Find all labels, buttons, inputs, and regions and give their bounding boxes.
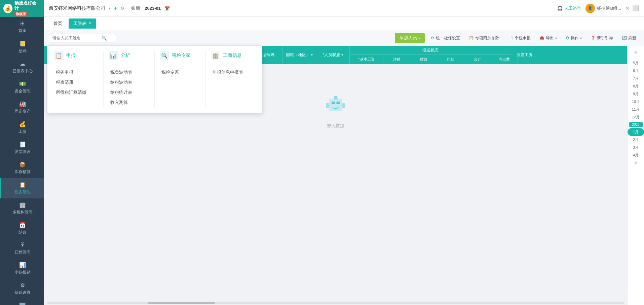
refresh-button[interactable]: 🔄 刷新 [619,34,639,43]
form-icon: 📋 [469,36,474,40]
close-icon[interactable]: ✕ [625,5,630,11]
timeline-month-10[interactable]: 10月 [628,98,644,106]
th-base: *基本工资 [350,55,383,64]
menu-tax-burden[interactable]: 税负波动表 [109,67,149,77]
tab-salary-label: 工资表 [73,21,86,27]
menu-annual-report[interactable]: 年报信息申报表 [211,67,252,77]
sidebar-item-tax[interactable]: 📋 税务管理 [0,178,44,198]
timeline-month-12[interactable]: 12月 [628,113,644,121]
company-dropdown-icon[interactable]: ▾ [109,6,111,11]
new-guide-label: 新手引导 [597,35,613,41]
timeline-month-6[interactable]: 6月 [628,67,644,75]
inventory-icon: 📦 [19,161,26,168]
sidebar: 💰 畅捷通好会计 旗舰版 ⊞ 首页 📒 总账 ☁ 云报表中心 💵 资金管理 🏭 … [0,0,44,305]
add-company-icon[interactable]: + [114,5,117,11]
timeline-month-4[interactable]: 4月 [628,151,644,159]
menu-income-tax-settlement[interactable]: 所得税汇算清缴 [54,87,98,98]
sidebar-item-xiaochang[interactable]: 📊 小畅报销 [0,259,44,279]
th-salary-group-container: 报送状态 *基本工资 津贴 绩效 扣款 [350,46,511,64]
timeline-month-8[interactable]: 8月 [628,82,644,90]
menu-tax-expert[interactable]: 税检专家 [160,67,200,77]
timeline-month-5[interactable]: 5月 [628,59,644,67]
declaration-icon: 📋 [54,51,64,60]
archive-icon: 🗄 [20,242,25,248]
add-dropdown-arrow: ▾ [418,36,420,40]
timeline-month-2[interactable]: 2月 [628,136,644,144]
timeline-month-1[interactable]: 1月 [628,128,644,136]
sidebar-item-home[interactable]: ⊞ 首页 [0,17,44,37]
doc-icon: 📄 [508,36,513,40]
sidebar-item-invoice[interactable]: 🧾 发票管理 [0,138,44,158]
service-button[interactable]: 🎧 人工咨询 [557,5,581,11]
tab-salary[interactable]: 工资表 ✕ [69,18,96,29]
section-business-info-title: 工商信息 [223,52,242,59]
section-analysis: 📊 分析 税负波动表 纳税波动表 纳税统计表 收入测算 [104,51,155,108]
bottom-scrollbar[interactable] [44,301,627,305]
sidebar-item-fund[interactable]: 💵 资金管理 [0,77,44,98]
sidebar-item-ledger[interactable]: 📒 总账 [0,37,44,57]
sidebar-item-multi-org[interactable]: 🏢 多机构管理 [0,198,44,219]
export-icon: 📤 [539,36,544,40]
timeline-month-7[interactable]: 7月 [628,75,644,82]
sidebar-item-cloud-report[interactable]: ☁ 云报表中心 [0,57,44,77]
scrollbar-track[interactable] [47,302,624,304]
sidebar-item-period-end[interactable]: 📅 结账 [0,219,44,239]
restore-icon[interactable]: ⬜ [632,5,639,11]
settings2-icon: ⚙ [431,36,434,40]
social-security-button[interactable]: ⚙ 统一社保设置 [428,34,463,43]
th-status[interactable]: 国籍（地区） ▾ [282,46,316,64]
timeline-month-9[interactable]: 9月 [628,90,644,98]
th-report[interactable]: *人员状态 ▾ [316,46,350,64]
analysis-icon: 📊 [109,51,118,60]
sidebar-item-fixed-assets[interactable]: 🏭 固定资产 [0,98,44,118]
timeline-month-3[interactable]: 3月 [628,144,644,151]
section-business-info: 🏢 工商信息 年报信息申报表 [206,51,257,108]
menu-tax-declaration[interactable]: 税务申报 [54,67,98,77]
guide-icon: 🆕 [19,302,26,305]
operations-button[interactable]: ⚙ 操作 ▾ [563,34,584,43]
add-employee-button[interactable]: 添加人员 ▾ [395,33,425,43]
tab-home[interactable]: 首页 [49,18,67,29]
sidebar-item-salary[interactable]: 💰 工资 [0,118,44,138]
app-logo: 💰 畅捷通好会计 旗舰版 [0,0,44,17]
menu-tax-stats[interactable]: 纳税统计表 [109,87,149,98]
tax-report-button[interactable]: 📄 个税申报 [505,34,533,43]
export-button[interactable]: 📤 导出 ▾ [537,34,560,43]
th-performance: 绩效 [410,55,437,64]
empty-illustration [322,91,349,118]
timeline-panel: ▲ 5月 6月 7月 8月 9月 10月 11月 12月 2023 1月 2月 … [627,46,644,305]
menu-tax-table[interactable]: 税表清册 [54,77,98,87]
dropdown-menu: 📋 申报 税务申报 税表清册 所得税汇算清缴 📊 分析 税负波动表 纳税波动表 … [47,45,262,113]
timeline-up-nav[interactable]: ▲ [632,48,640,56]
section-declaration-header: 📋 申报 [54,51,98,63]
menu-income-estimate[interactable]: 收入测算 [109,98,149,108]
search-input[interactable] [52,36,100,40]
tax-report-label: 个税申报 [515,35,531,41]
refresh-label: 刷新 [628,35,636,41]
company-settings-icon[interactable]: ⚙ [120,6,124,11]
filter-icon: ▾ [311,53,313,57]
new-guide-button[interactable]: ❓ 新手引导 [588,34,616,43]
tab-close-icon[interactable]: ✕ [88,21,91,26]
salary-icon: 💰 [19,121,26,127]
search-box[interactable]: 🔍 [49,34,116,42]
sidebar-item-basic-settings[interactable]: ⚙ 基础设置 [0,279,44,299]
sidebar-item-new-guide[interactable]: 🆕 新手引导 [0,299,44,305]
sidebar-item-archive[interactable]: 🗄 归档管理 [0,239,44,259]
scrollbar-thumb[interactable] [148,302,215,304]
operations-arrow: ▾ [580,36,582,40]
th-total: 合计 [464,55,491,64]
avatar: 👤 [585,4,595,13]
section-tax-expert-title: 税检专家 [172,52,191,59]
app-title: 畅捷通好会计 [14,0,40,11]
user-menu[interactable]: 👤 畅捷通B组... [585,4,621,13]
svg-rect-2 [336,102,340,104]
timeline-down-nav[interactable]: ▼ [632,159,640,167]
special-deduction-button[interactable]: 📋 专项附加扣除 [466,34,502,43]
timeline-month-11[interactable]: 11月 [628,106,644,113]
svg-rect-5 [326,103,329,108]
operations-label: 操作 [571,35,579,41]
calendar-icon[interactable]: 📅 [164,6,170,11]
sidebar-item-inventory[interactable]: 📦 库存核算 [0,158,44,178]
menu-tax-payment[interactable]: 纳税波动表 [109,77,149,87]
